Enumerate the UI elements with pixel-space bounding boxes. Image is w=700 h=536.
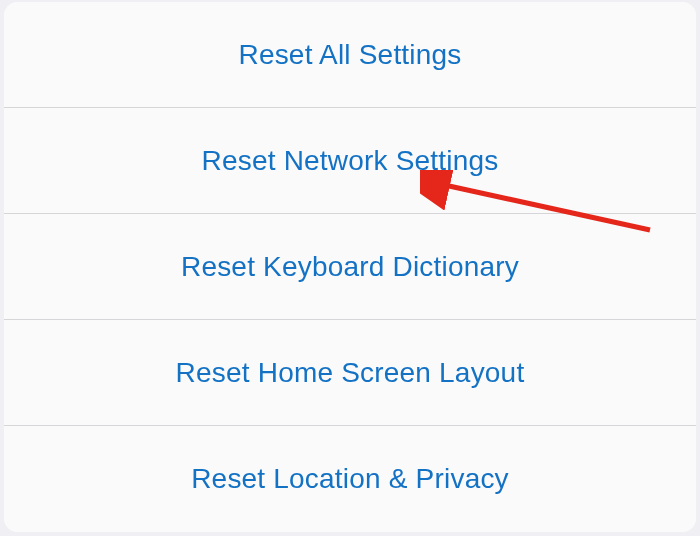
menu-item-label: Reset Network Settings bbox=[202, 145, 499, 177]
menu-item-label: Reset Home Screen Layout bbox=[176, 357, 525, 389]
reset-all-settings-item[interactable]: Reset All Settings bbox=[4, 2, 696, 108]
reset-location-privacy-item[interactable]: Reset Location & Privacy bbox=[4, 426, 696, 532]
reset-keyboard-dictionary-item[interactable]: Reset Keyboard Dictionary bbox=[4, 214, 696, 320]
reset-network-settings-item[interactable]: Reset Network Settings bbox=[4, 108, 696, 214]
menu-item-label: Reset Location & Privacy bbox=[191, 463, 509, 495]
reset-menu-list: Reset All Settings Reset Network Setting… bbox=[4, 2, 696, 532]
menu-item-label: Reset All Settings bbox=[238, 39, 461, 71]
menu-item-label: Reset Keyboard Dictionary bbox=[181, 251, 519, 283]
reset-home-screen-layout-item[interactable]: Reset Home Screen Layout bbox=[4, 320, 696, 426]
